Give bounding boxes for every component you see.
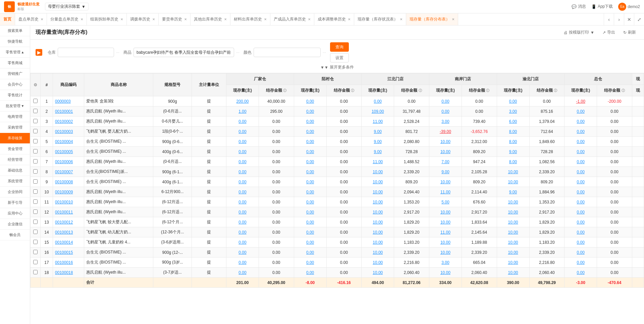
- cell-jb-qty[interactable]: 10.00: [362, 167, 394, 177]
- cell-check[interactable]: [31, 106, 41, 117]
- close-icon[interactable]: ✕: [224, 17, 227, 21]
- tab-expand-btn[interactable]: ⤢: [634, 13, 644, 26]
- cell-f-qty[interactable]: 0.00: [226, 147, 259, 157]
- cell-yb-qty[interactable]: 8.00: [497, 157, 529, 167]
- close-icon[interactable]: ✕: [264, 17, 267, 21]
- sidebar-item-system[interactable]: 系统管理: [0, 176, 30, 187]
- cell-t-qty[interactable]: 0.00: [565, 207, 597, 217]
- tab-inventory-check[interactable]: 盘点单历史 ✕: [15, 13, 47, 26]
- cell-na-qty[interactable]: 10.00: [429, 137, 462, 147]
- sidebar-item-finance[interactable]: 资金管理: [0, 144, 30, 154]
- expand-btn[interactable]: ▼▼ 展开更多条件: [320, 64, 354, 70]
- cell-v-qty[interactable]: 0.00: [294, 147, 326, 157]
- refresh-btn[interactable]: ↻ 刷新: [621, 28, 639, 37]
- sidebar-item-ecommerce[interactable]: 电商管理: [0, 111, 30, 122]
- cell-na-qty[interactable]: 10.00: [429, 217, 462, 227]
- cell-v-qty[interactable]: 0.00: [294, 227, 326, 237]
- cell-jb-qty[interactable]: 109.00: [362, 106, 394, 117]
- cell-check[interactable]: [31, 177, 41, 187]
- cell-code[interactable]: 00100009: [53, 187, 84, 197]
- cell-na-qty[interactable]: 10.00: [429, 268, 462, 278]
- tab-stock-status[interactable]: 现存量（库存状况表） ✕: [354, 13, 406, 26]
- cell-check[interactable]: [31, 197, 41, 207]
- sidebar-item-member[interactable]: 会员中心: [0, 79, 30, 90]
- cell-f-qty[interactable]: 0.00: [226, 247, 259, 258]
- info-icon[interactable]: ⓘ: [351, 89, 354, 92]
- query-button[interactable]: 查询: [330, 42, 349, 52]
- cell-t-qty[interactable]: 0.00: [565, 137, 597, 147]
- close-icon[interactable]: ✕: [120, 17, 123, 21]
- info-icon[interactable]: ⓘ: [554, 89, 557, 92]
- cell-f-qty[interactable]: 0.00: [226, 258, 259, 268]
- close-icon[interactable]: ✕: [308, 17, 311, 21]
- cell-code[interactable]: 00100013: [53, 227, 84, 237]
- info-icon[interactable]: ⓘ: [486, 89, 489, 92]
- cell-jb-qty[interactable]: 10.00: [362, 237, 394, 247]
- cell-code[interactable]: 00100015: [53, 247, 84, 258]
- cell-code[interactable]: 00100003: [53, 127, 84, 137]
- cell-yb-qty[interactable]: 10.00: [497, 268, 529, 278]
- cell-check[interactable]: [31, 227, 41, 237]
- cell-jb-qty[interactable]: 10.00: [362, 187, 394, 197]
- cell-f-qty[interactable]: 0.00: [226, 167, 259, 177]
- sidebar-item-basic[interactable]: 基础信息: [0, 165, 30, 176]
- cell-yb-qty[interactable]: 10.00: [497, 258, 529, 268]
- cell-yb-qty[interactable]: 10.00: [497, 167, 529, 177]
- message-btn[interactable]: 💬 消息: [572, 4, 586, 9]
- collapse-arrow[interactable]: ▶: [36, 49, 42, 56]
- cell-t-qty[interactable]: 0.00: [565, 187, 597, 197]
- cell-code[interactable]: 00100004: [53, 137, 84, 147]
- cell-code[interactable]: 00100011: [53, 207, 84, 217]
- cell-t-qty[interactable]: 0.00: [565, 237, 597, 247]
- cell-code[interactable]: 00100002: [53, 117, 84, 127]
- cell-v-qty[interactable]: 0.00: [294, 258, 326, 268]
- cell-yb-qty[interactable]: 8.00: [497, 137, 529, 147]
- dropdown-selector[interactable]: 母婴行业演示陈套 ▼: [45, 3, 89, 10]
- cell-check[interactable]: [31, 96, 41, 106]
- cell-jb-qty[interactable]: 10.00: [362, 197, 394, 207]
- sidebar-item-retail-shop[interactable]: 零售商城: [0, 58, 30, 68]
- cell-t-qty[interactable]: 0.00: [565, 157, 597, 167]
- cell-na-qty[interactable]: 10.00: [429, 207, 462, 217]
- cell-f-qty[interactable]: 0.00: [226, 177, 259, 187]
- export-btn[interactable]: ↗ 导出: [600, 28, 618, 37]
- cell-na-qty[interactable]: 9.00: [429, 167, 462, 177]
- cell-check[interactable]: [31, 167, 41, 177]
- cell-yb-qty[interactable]: 10.00: [497, 227, 529, 237]
- cell-t-qty[interactable]: 0.00: [565, 268, 597, 278]
- cell-yb-qty[interactable]: 10.00: [497, 217, 529, 227]
- user-info[interactable]: Ea demo2: [618, 3, 640, 11]
- cell-yb-qty[interactable]: 9.00: [497, 147, 529, 157]
- cell-f-qty[interactable]: 0.00: [226, 157, 259, 167]
- cell-v-qty[interactable]: 0.00: [294, 127, 326, 137]
- cell-f-qty[interactable]: 0.00: [226, 227, 259, 237]
- cell-jb-qty[interactable]: 9.00: [362, 147, 394, 157]
- cell-check[interactable]: [31, 247, 41, 258]
- cell-f-qty[interactable]: 0.00: [226, 207, 259, 217]
- cell-t-qty[interactable]: 0.00: [565, 167, 597, 177]
- sidebar-item-wechat[interactable]: 企业微信: [0, 219, 30, 230]
- color-dots[interactable]: ···: [323, 50, 326, 55]
- sidebar-item-inventory[interactable]: 库存核算: [0, 133, 30, 144]
- cell-v-qty[interactable]: 0.00: [294, 268, 326, 278]
- cell-jb-qty[interactable]: 9.00: [362, 137, 394, 147]
- tab-transfer[interactable]: 调拨单历史 ✕: [127, 13, 159, 26]
- close-icon[interactable]: ✕: [400, 17, 402, 21]
- close-icon[interactable]: ✕: [80, 17, 83, 21]
- th-gear[interactable]: ⚙: [31, 74, 41, 96]
- cell-na-qty[interactable]: 7.00: [429, 157, 462, 167]
- info-icon[interactable]: ⓘ: [622, 89, 625, 92]
- cell-na-qty[interactable]: 11.00: [429, 227, 462, 237]
- cell-f-qty[interactable]: 1.00: [226, 106, 259, 117]
- cell-na-qty[interactable]: 11.00: [429, 187, 462, 197]
- cell-v-qty[interactable]: 0.00: [294, 117, 326, 127]
- sidebar-item-retail-mgmt[interactable]: 零售管理 ▲: [0, 47, 30, 58]
- settings-button[interactable]: 设置: [330, 53, 349, 62]
- cell-f-qty[interactable]: 0.00: [226, 127, 259, 137]
- cell-yb-qty[interactable]: 6.00: [497, 117, 529, 127]
- cell-v-qty[interactable]: 0.00: [294, 106, 326, 117]
- product-input[interactable]: [133, 48, 234, 57]
- cell-code[interactable]: 0000003: [53, 96, 84, 106]
- tab-other-out[interactable]: 其他出库单历史 ✕: [191, 13, 230, 26]
- cell-check[interactable]: [31, 187, 41, 197]
